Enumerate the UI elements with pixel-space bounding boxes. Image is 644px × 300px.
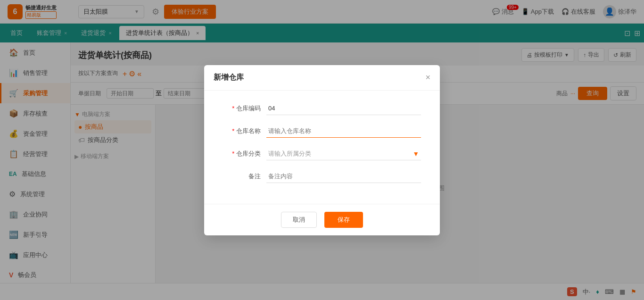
save-button[interactable]: 保存 — [324, 212, 363, 228]
category-select-wrap: 请输入所属分类 ▼ — [266, 147, 421, 160]
name-input[interactable] — [266, 125, 421, 138]
form-row-category: 仓库分类 请输入所属分类 ▼ — [223, 147, 421, 160]
modal-title: 新增仓库 — [214, 73, 244, 83]
form-row-remark: 备注 — [223, 170, 421, 183]
category-select[interactable]: 请输入所属分类 — [266, 147, 421, 160]
form-row-name: 仓库名称 — [223, 125, 421, 138]
remark-input[interactable] — [266, 170, 421, 183]
cancel-button[interactable]: 取消 — [281, 212, 317, 228]
modal-close-button[interactable]: × — [425, 73, 430, 83]
modal-new-warehouse: 新增仓库 × 仓库编码 仓库名称 仓库分类 请输入所属分类 — [204, 65, 440, 235]
modal-footer: 取消 保存 — [204, 204, 440, 235]
modal-backdrop: 新增仓库 × 仓库编码 仓库名称 仓库分类 请输入所属分类 — [0, 0, 644, 300]
modal-body: 仓库编码 仓库名称 仓库分类 请输入所属分类 ▼ 备注 — [204, 91, 440, 204]
code-input[interactable] — [266, 102, 421, 115]
category-label: 仓库分类 — [223, 150, 261, 158]
name-label: 仓库名称 — [223, 127, 261, 135]
form-row-code: 仓库编码 — [223, 102, 421, 115]
code-label: 仓库编码 — [223, 104, 261, 113]
remark-label: 备注 — [223, 172, 261, 181]
modal-header: 新增仓库 × — [204, 65, 440, 91]
